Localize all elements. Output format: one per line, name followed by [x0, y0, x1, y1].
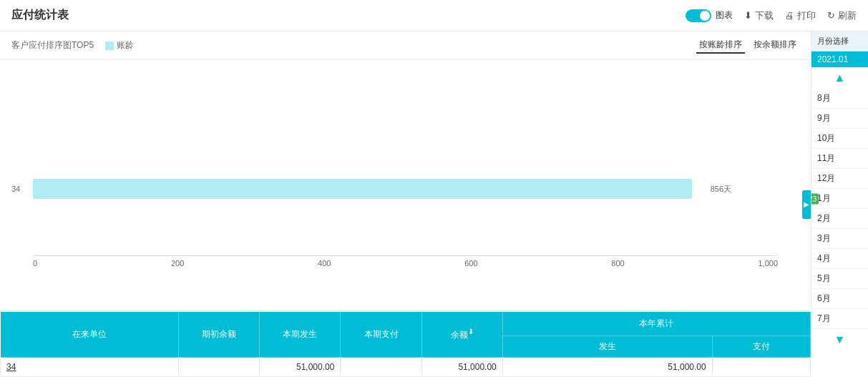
chart-toggle-label: 图表: [716, 9, 733, 21]
th-bennian: 本年累计: [502, 312, 810, 336]
chart-plot-area: 34 856天 0 200 400 600 800 1,000: [11, 110, 778, 268]
refresh-button[interactable]: ↻ 刷新: [827, 9, 857, 22]
table-header-row-1: 在来单位 期初余额 本期发生 本期支付 余额⬇ 本年累计: [1, 312, 811, 336]
legend-color-zhangling: [105, 41, 114, 50]
main-content: 客户应付排序图TOP5 账龄 按账龄排序 按余额排序 3: [0, 31, 868, 377]
cell-benqi-zhifu: [341, 358, 421, 377]
x-label-1000: 1,000: [758, 259, 778, 268]
sidebar-header: 月份选择: [811, 31, 868, 52]
legend-item-zhangling: 账龄: [105, 39, 134, 52]
x-label-600: 600: [464, 259, 477, 268]
cell-qichu: [179, 358, 260, 377]
x-label-800: 800: [611, 259, 624, 268]
print-button[interactable]: 🖨 打印: [785, 9, 816, 22]
chart-toggle-container[interactable]: 图表: [686, 9, 733, 22]
sidebar-month-1[interactable]: 1月: [811, 189, 868, 209]
header-actions: 图表 ⬇ 下载 🖨 打印 ↻ 刷新: [686, 9, 857, 22]
sort-by-amount-button[interactable]: 按余额排序: [751, 37, 799, 54]
laiwai-link[interactable]: 34: [6, 362, 16, 372]
sidebar-month-10[interactable]: 10月: [811, 129, 868, 149]
table-row: 34 51,000.00 51,000.00 51,000.00: [1, 358, 811, 377]
sidebar-down-button[interactable]: ▼: [811, 329, 868, 351]
sidebar-month-5[interactable]: 5月: [811, 269, 868, 289]
refresh-label: 刷新: [838, 9, 857, 22]
th-benqi-fasheng: 本期发生: [260, 312, 341, 358]
sidebar-month-4[interactable]: 4月: [811, 249, 868, 269]
sidebar-up-button[interactable]: ▲: [811, 67, 868, 89]
th-benqi-zhifu: 本期支付: [341, 312, 421, 358]
th-qichu: 期初余额: [179, 312, 260, 358]
chart-canvas: 34 856天 0 200 400 600 800 1,000: [11, 67, 799, 289]
bar-y-label: 34: [11, 185, 20, 193]
cell-benqi-fasheng: 51,000.00: [260, 358, 341, 377]
chart-legend: 客户应付排序图TOP5 账龄: [11, 39, 134, 52]
sidebar-month-6[interactable]: 6月: [811, 289, 868, 309]
sidebar-month-12[interactable]: 12月: [811, 169, 868, 189]
sidebar-wrapper: ▶ 月份选择 2021.01 ▲ 8月 9月 10月 11月 12月 2023 …: [811, 31, 868, 377]
sort-by-balance-button[interactable]: 按账龄排序: [696, 37, 745, 54]
sidebar-month-3[interactable]: 3月: [811, 229, 868, 249]
print-icon: 🖨: [785, 10, 794, 21]
chart-section: 客户应付排序图TOP5 账龄 按账龄排序 按余额排序 3: [0, 31, 811, 377]
refresh-icon: ↻: [827, 10, 835, 21]
chart-toggle-switch[interactable]: [686, 9, 711, 22]
sidebar-header-label: 月份选择: [817, 36, 849, 46]
sidebar-collapse-arrow[interactable]: ▶: [802, 190, 811, 219]
th-bennian-zhifu: 支付: [712, 336, 810, 358]
th-bennian-fasheng: 发生: [502, 336, 712, 358]
chart-body: 34 856天 0 200 400 600 800 1,000: [0, 60, 811, 310]
th-yue: 余额⬇: [421, 312, 502, 358]
chart-header: 客户应付排序图TOP5 账龄 按账龄排序 按余额排序: [0, 31, 811, 60]
download-button[interactable]: ⬇ 下载: [744, 9, 774, 22]
sidebar-month-2[interactable]: 2月: [811, 209, 868, 229]
chart-bar: 856天: [33, 179, 692, 199]
print-label: 打印: [797, 9, 816, 22]
x-label-400: 400: [318, 259, 331, 268]
page-title: 应付统计表: [11, 8, 69, 23]
cell-yue: 51,000.00: [421, 358, 502, 377]
legend-label-zhangling: 账龄: [117, 39, 134, 52]
chart-sort-buttons: 按账龄排序 按余额排序: [696, 37, 799, 54]
sidebar-month-8[interactable]: 8月: [811, 89, 868, 109]
right-sidebar: 月份选择 2021.01 ▲ 8月 9月 10月 11月 12月 2023 1月…: [811, 31, 868, 351]
bar-end-label: 856天: [711, 184, 731, 195]
sidebar-month-11[interactable]: 11月: [811, 149, 868, 169]
data-table: 在来单位 期初余额 本期发生 本期支付 余额⬇ 本年累计 发生 支付: [0, 311, 811, 377]
cell-bennian-fasheng: 51,000.00: [502, 358, 712, 377]
sidebar-year-label[interactable]: 2021.01: [811, 52, 868, 67]
x-label-200: 200: [171, 259, 184, 268]
th-laiwai: 在来单位: [1, 312, 179, 358]
download-icon: ⬇: [744, 10, 752, 21]
x-label-0: 0: [33, 259, 37, 268]
cell-bennian-zhifu: [712, 358, 810, 377]
chart-legend-title: 客户应付排序图TOP5: [11, 39, 94, 52]
table-section: 在来单位 期初余额 本期发生 本期支付 余额⬇ 本年累计 发生 支付: [0, 310, 811, 377]
app-header: 应付统计表 图表 ⬇ 下载 🖨 打印 ↻ 刷新: [0, 0, 868, 31]
download-label: 下载: [755, 9, 774, 22]
cell-laiwai: 34: [1, 358, 179, 377]
sidebar-year-2023-badge: 2023: [811, 194, 819, 205]
x-axis: 0 200 400 600 800 1,000: [33, 255, 778, 268]
sidebar-month-7[interactable]: 7月: [811, 309, 868, 329]
sidebar-year-2023-container: 2023 1月: [811, 189, 868, 209]
sidebar-month-9[interactable]: 9月: [811, 109, 868, 129]
